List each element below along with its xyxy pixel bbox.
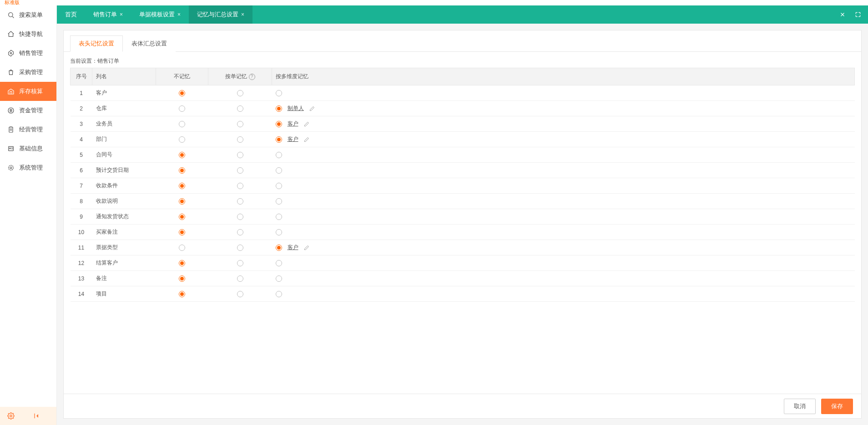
radio-no_memory[interactable] [179,152,185,158]
tab-1[interactable]: 销售订单× [85,5,131,24]
save-button[interactable]: 保存 [821,399,853,414]
radio-no_memory[interactable] [179,245,185,251]
radio-no_memory[interactable] [179,90,185,96]
multidim-link[interactable]: 客户 [288,135,298,143]
radio-no_memory[interactable] [179,291,185,297]
radio-by_multi[interactable] [276,152,282,158]
sidebar-item-label: 库存核算 [19,87,43,95]
multidim-link[interactable]: 客户 [288,120,298,128]
table-row: 8收款说明 [71,194,855,209]
radio-by_order[interactable] [237,105,243,112]
close-all-tabs-button[interactable] [836,8,849,21]
radio-by_multi[interactable] [276,167,282,174]
sidebar: 搜索菜单快捷导航销售管理采购管理库存核算资金管理经营管理基础信息系统管理 [0,5,57,425]
edit-icon[interactable] [309,106,315,111]
radio-by_order[interactable] [237,214,243,220]
radio-by_multi[interactable] [276,229,282,235]
radio-by_multi[interactable] [276,198,282,205]
radio-by_order[interactable] [237,90,243,96]
radio-by_order[interactable] [237,152,243,158]
inner-tab-0[interactable]: 表头记忆设置 [70,35,123,52]
radio-no_memory[interactable] [179,167,185,174]
sidebar-item-1[interactable]: 快捷导航 [0,25,56,44]
radio-by_multi[interactable] [276,245,282,251]
radio-by_multi[interactable] [276,291,282,297]
cell-name: 合同号 [92,147,156,163]
radio-no_memory[interactable] [179,275,185,282]
sidebar-item-4[interactable]: 库存核算 [0,82,56,101]
cell-seq: 5 [71,147,92,163]
close-icon[interactable]: × [120,11,123,18]
cell-seq: 7 [71,178,92,194]
radio-no_memory[interactable] [179,198,185,205]
svg-point-1 [10,52,11,54]
radio-by_order[interactable] [237,291,243,297]
radio-by_order[interactable] [237,136,243,143]
edit-icon[interactable] [304,137,309,142]
sidebar-item-6[interactable]: 经营管理 [0,120,56,139]
sidebar-item-label: 销售管理 [19,49,43,57]
radio-by_order[interactable] [237,245,243,251]
sidebar-item-8[interactable]: 系统管理 [0,158,56,177]
cell-seq: 6 [71,163,92,178]
radio-no_memory[interactable] [179,105,185,112]
sidebar-item-label: 经营管理 [19,125,43,134]
radio-by_multi[interactable] [276,105,282,112]
radio-by_order[interactable] [237,229,243,235]
radio-by_multi[interactable] [276,260,282,266]
radio-by_order[interactable] [237,167,243,174]
tab-3[interactable]: 记忆与汇总设置× [189,5,252,24]
help-icon[interactable]: ? [249,74,255,80]
sidebar-item-label: 系统管理 [19,164,43,172]
radio-by_multi[interactable] [276,90,282,96]
cell-name: 项目 [92,286,156,302]
inner-tab-1[interactable]: 表体汇总设置 [123,35,176,52]
cell-seq: 11 [71,240,92,255]
sidebar-item-7[interactable]: 基础信息 [0,139,56,158]
sidebar-item-0[interactable]: 搜索菜单 [0,5,56,25]
table-row: 3业务员客户 [71,116,855,132]
multidim-link[interactable]: 客户 [288,244,298,251]
sidebar-item-2[interactable]: 销售管理 [0,44,56,63]
radio-by_order[interactable] [237,198,243,205]
tab-0[interactable]: 首页 [57,5,85,24]
star-hex-icon [7,50,15,57]
radio-by_multi[interactable] [276,183,282,189]
multidim-link[interactable]: 制单人 [288,105,304,112]
radio-no_memory[interactable] [179,136,185,143]
id-badge-icon [7,145,15,152]
close-icon[interactable]: × [177,11,181,18]
col-header-by-order: 按单记忆? [208,68,272,85]
radio-by_multi[interactable] [276,275,282,282]
radio-no_memory[interactable] [179,260,185,266]
edit-icon[interactable] [304,121,309,127]
radio-by_order[interactable] [237,260,243,266]
radio-no_memory[interactable] [179,214,185,220]
sidebar-item-5[interactable]: 资金管理 [0,101,56,120]
radio-by_order[interactable] [237,183,243,189]
edit-icon[interactable] [304,245,309,250]
tab-2[interactable]: 单据模板设置× [131,5,189,24]
collapse-icon[interactable] [33,412,40,420]
radio-by_multi[interactable] [276,136,282,143]
fullscreen-button[interactable] [852,8,864,21]
settings-icon[interactable] [7,412,15,420]
cell-seq: 1 [71,85,92,101]
bag-icon [7,69,15,76]
table-row: 1客户 [71,85,855,101]
radio-no_memory[interactable] [179,183,185,189]
tab-label: 单据模板设置 [139,10,175,19]
radio-by_multi[interactable] [276,121,282,127]
radio-no_memory[interactable] [179,229,185,235]
table-row: 6预计交货日期 [71,163,855,178]
close-icon[interactable]: × [241,11,244,18]
radio-no_memory[interactable] [179,121,185,127]
radio-by_multi[interactable] [276,214,282,220]
cell-seq: 3 [71,116,92,132]
home-icon [7,30,15,38]
radio-by_order[interactable] [237,121,243,127]
memory-settings-table: 序号 列名 不记忆 按单记忆? 按多维度记忆 1客户2仓库制单人3业务员客户4部… [70,68,855,302]
sidebar-item-3[interactable]: 采购管理 [0,63,56,82]
radio-by_order[interactable] [237,275,243,282]
cancel-button[interactable]: 取消 [784,399,816,414]
